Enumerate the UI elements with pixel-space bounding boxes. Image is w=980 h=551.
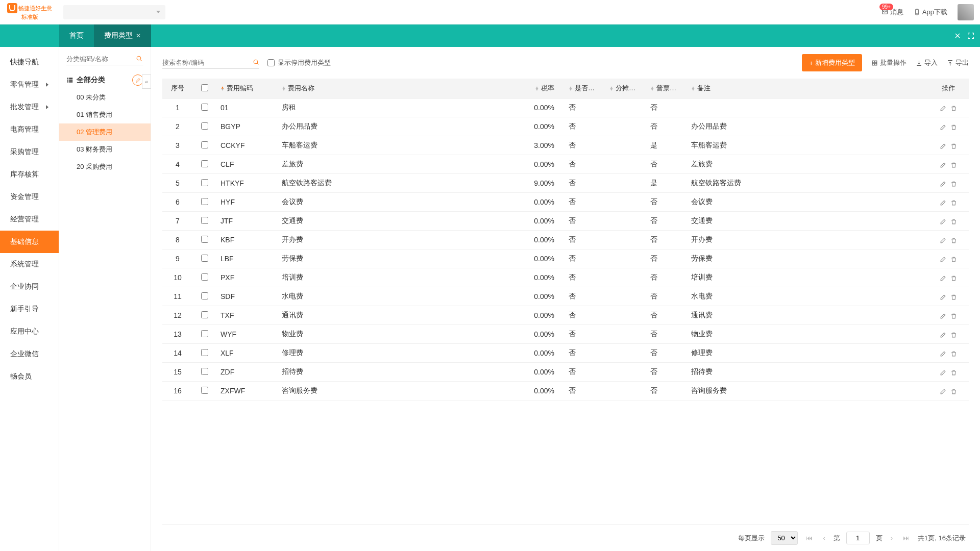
- sidebar-item[interactable]: 畅会员: [0, 365, 59, 388]
- edit-icon[interactable]: [940, 180, 946, 187]
- row-checkbox[interactable]: [201, 236, 208, 243]
- batch-action-button[interactable]: 批量操作: [871, 58, 906, 67]
- delete-icon[interactable]: [950, 387, 957, 395]
- edit-icon[interactable]: [940, 331, 946, 338]
- col-voucher[interactable]: ▲▼普票…: [646, 79, 687, 98]
- table-row[interactable]: 4CLF差旅费0.00%否否差旅费: [162, 155, 969, 174]
- col-remark[interactable]: ▲▼备注: [687, 79, 928, 98]
- table-row[interactable]: 12TXF通讯费0.00%否否通讯费: [162, 306, 969, 325]
- delete-icon[interactable]: [950, 104, 957, 112]
- delete-icon[interactable]: [950, 274, 957, 282]
- col-code[interactable]: ▲▼费用编码: [216, 79, 278, 98]
- sidebar-item[interactable]: 企业微信: [0, 343, 59, 365]
- edit-icon[interactable]: [940, 236, 946, 244]
- sidebar-item[interactable]: 应用中心: [0, 320, 59, 343]
- category-item[interactable]: 01 销售费用: [59, 106, 151, 123]
- last-page-button[interactable]: ⏭: [901, 534, 912, 542]
- col-share[interactable]: ▲▼分摊…: [605, 79, 646, 98]
- table-row[interactable]: 10PXF培训费0.00%否否培训费: [162, 268, 969, 287]
- sidebar-item[interactable]: 快捷导航: [0, 51, 59, 73]
- edit-icon[interactable]: [940, 198, 946, 206]
- delete-icon[interactable]: [950, 368, 957, 376]
- row-checkbox[interactable]: [201, 160, 208, 167]
- table-row[interactable]: 16ZXFWF咨询服务费0.00%否否咨询服务费: [162, 382, 969, 400]
- edit-icon[interactable]: [940, 368, 946, 376]
- col-seq[interactable]: 序号: [162, 79, 193, 98]
- table-row[interactable]: 101房租0.00%否否: [162, 98, 969, 117]
- fullscreen-icon[interactable]: [967, 32, 975, 40]
- search-icon[interactable]: [253, 58, 259, 65]
- delete-icon[interactable]: [950, 180, 957, 187]
- row-checkbox[interactable]: [201, 255, 208, 262]
- col-checkbox[interactable]: [193, 79, 216, 98]
- sidebar-item[interactable]: 采购管理: [0, 141, 59, 163]
- avatar[interactable]: [958, 4, 974, 20]
- row-checkbox[interactable]: [201, 349, 208, 356]
- delete-icon[interactable]: [950, 123, 957, 131]
- sidebar-item[interactable]: 批发管理: [0, 96, 59, 118]
- close-icon[interactable]: ✕: [136, 32, 141, 39]
- prev-page-button[interactable]: ‹: [821, 534, 827, 542]
- edit-icon[interactable]: [940, 293, 946, 300]
- table-row[interactable]: 3CCKYF车船客运费3.00%否是车船客运费: [162, 136, 969, 155]
- sidebar-item[interactable]: 资金管理: [0, 186, 59, 208]
- edit-icon[interactable]: [940, 274, 946, 282]
- show-disabled-checkbox[interactable]: 显示停用费用类型: [267, 58, 331, 67]
- edit-icon[interactable]: [940, 255, 946, 263]
- edit-icon[interactable]: [940, 349, 946, 357]
- sidebar-item[interactable]: 零售管理: [0, 73, 59, 96]
- category-item[interactable]: 02 管理费用: [59, 123, 151, 141]
- export-button[interactable]: 导出: [947, 58, 969, 67]
- table-row[interactable]: 2BGYP办公用品费0.00%否否办公用品费: [162, 117, 969, 136]
- row-checkbox[interactable]: [201, 311, 208, 318]
- delete-icon[interactable]: [950, 142, 957, 149]
- row-checkbox[interactable]: [201, 273, 208, 281]
- sidebar-item[interactable]: 电商管理: [0, 118, 59, 141]
- search-icon[interactable]: [136, 54, 142, 62]
- category-all[interactable]: 全部分类: [59, 71, 151, 89]
- next-page-button[interactable]: ›: [889, 534, 895, 542]
- sidebar-item[interactable]: 新手引导: [0, 298, 59, 320]
- col-name[interactable]: ▲▼费用名称: [278, 79, 519, 98]
- tab-expense-type[interactable]: 费用类型 ✕: [94, 24, 151, 47]
- first-page-button[interactable]: ⏮: [804, 534, 815, 542]
- sidebar-item[interactable]: 库存核算: [0, 163, 59, 186]
- delete-icon[interactable]: [950, 349, 957, 357]
- col-rate[interactable]: ▲▼税率: [519, 79, 565, 98]
- table-row[interactable]: 11SDF水电费0.00%否否水电费: [162, 287, 969, 306]
- page-size-select[interactable]: 50: [771, 531, 798, 545]
- row-checkbox[interactable]: [201, 330, 208, 337]
- row-checkbox[interactable]: [201, 179, 208, 186]
- org-selector[interactable]: [63, 5, 165, 19]
- category-item[interactable]: 03 财务费用: [59, 141, 151, 158]
- sidebar-item[interactable]: 经营管理: [0, 208, 59, 231]
- table-row[interactable]: 15ZDF招待费0.00%否否招待费: [162, 363, 969, 382]
- table-row[interactable]: 5HTKYF航空铁路客运费9.00%否是航空铁路客运费: [162, 174, 969, 193]
- delete-icon[interactable]: [950, 198, 957, 206]
- messages-button[interactable]: 消息 99+: [881, 8, 903, 17]
- row-checkbox[interactable]: [201, 122, 208, 130]
- tab-home[interactable]: 首页: [59, 24, 94, 47]
- row-checkbox[interactable]: [201, 368, 208, 375]
- table-row[interactable]: 13WYF物业费0.00%否否物业费: [162, 325, 969, 344]
- row-checkbox[interactable]: [201, 141, 208, 148]
- page-input[interactable]: [846, 532, 870, 544]
- edit-icon[interactable]: [940, 217, 946, 225]
- edit-icon[interactable]: [940, 312, 946, 319]
- table-row[interactable]: 6HYF会议费0.00%否否会议费: [162, 193, 969, 212]
- category-item[interactable]: 20 采购费用: [59, 158, 151, 176]
- row-checkbox[interactable]: [201, 198, 208, 205]
- category-item[interactable]: 00 未分类: [59, 89, 151, 106]
- delete-icon[interactable]: [950, 293, 957, 300]
- sidebar-item[interactable]: 系统管理: [0, 253, 59, 276]
- delete-icon[interactable]: [950, 161, 957, 168]
- edit-icon[interactable]: [940, 123, 946, 131]
- table-row[interactable]: 7JTF交通费0.00%否否交通费: [162, 212, 969, 231]
- row-checkbox[interactable]: [201, 104, 208, 111]
- import-button[interactable]: 导入: [916, 58, 938, 67]
- sidebar-item[interactable]: 基础信息: [0, 231, 59, 253]
- row-checkbox[interactable]: [201, 387, 208, 394]
- app-download-button[interactable]: App下载: [914, 8, 947, 17]
- table-row[interactable]: 9LBF劳保费0.00%否否劳保费: [162, 249, 969, 268]
- edit-icon[interactable]: [940, 104, 946, 112]
